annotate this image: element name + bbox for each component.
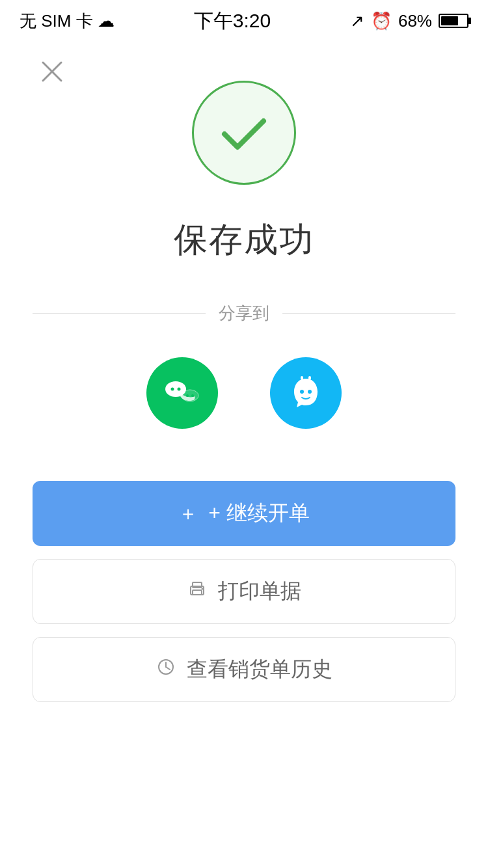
clock-icon xyxy=(156,657,176,683)
svg-point-3 xyxy=(171,388,174,391)
history-button[interactable]: 查看销货单历史 xyxy=(33,637,455,702)
print-label: 打印单据 xyxy=(218,577,301,606)
divider-right xyxy=(282,313,455,314)
share-divider: 分享到 xyxy=(0,302,488,325)
success-title: 保存成功 xyxy=(174,217,314,263)
close-button[interactable] xyxy=(33,52,72,91)
action-buttons: ＋ + 继续开单 打印单据 xyxy=(0,481,488,702)
status-time: 下午3:20 xyxy=(194,8,271,34)
success-circle xyxy=(192,81,296,185)
svg-point-8 xyxy=(191,394,194,397)
svg-point-7 xyxy=(186,394,189,397)
history-label: 查看销货单历史 xyxy=(187,655,332,684)
main-content: 保存成功 分享到 xyxy=(0,42,488,702)
wechat-icon xyxy=(161,372,203,414)
close-icon xyxy=(40,60,64,83)
location-icon: ↗ xyxy=(350,11,364,31)
status-left: 无 SIM 卡 ☁ xyxy=(20,10,115,33)
continue-button[interactable]: ＋ + 继续开单 xyxy=(33,481,455,546)
divider-left xyxy=(33,313,206,314)
svg-line-19 xyxy=(166,667,170,670)
svg-point-10 xyxy=(308,390,312,394)
checkmark-icon xyxy=(218,107,270,159)
share-label: 分享到 xyxy=(206,302,282,325)
plus-icon: ＋ xyxy=(178,500,198,527)
no-sim-text: 无 SIM 卡 ☁ xyxy=(20,10,115,33)
status-right: ↗ ⏰ 68% xyxy=(350,11,468,31)
svg-point-16 xyxy=(202,588,204,590)
alarm-icon: ⏰ xyxy=(371,11,392,31)
qq-icon xyxy=(285,372,327,414)
print-button[interactable]: 打印单据 xyxy=(33,559,455,624)
share-icons-container xyxy=(146,357,342,429)
printer-icon xyxy=(187,578,208,604)
svg-point-9 xyxy=(300,390,304,394)
status-bar: 无 SIM 卡 ☁ 下午3:20 ↗ ⏰ 68% xyxy=(0,0,488,42)
svg-rect-11 xyxy=(301,376,303,380)
wechat-share-button[interactable] xyxy=(146,357,218,429)
svg-rect-15 xyxy=(193,590,202,595)
battery-icon xyxy=(439,14,468,28)
continue-label: + 继续开单 xyxy=(208,499,310,528)
qq-share-button[interactable] xyxy=(270,357,342,429)
svg-rect-12 xyxy=(308,376,311,380)
battery-percent: 68% xyxy=(398,11,432,31)
svg-point-4 xyxy=(178,388,181,391)
